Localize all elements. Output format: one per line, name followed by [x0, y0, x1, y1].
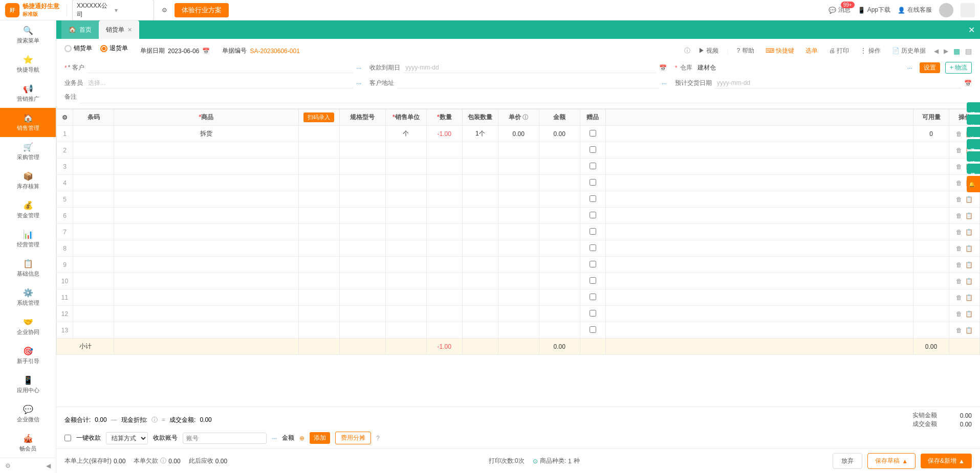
- payment-date-input[interactable]: [403, 62, 656, 73]
- delete-icon[interactable]: 🗑: [956, 179, 962, 187]
- save-draft-button[interactable]: 保存草稿 ▲: [867, 453, 916, 469]
- gift-checkbox[interactable]: [590, 179, 596, 186]
- payment-calendar-icon[interactable]: 📅: [659, 64, 667, 72]
- salesperson-input[interactable]: [86, 78, 353, 88]
- rfp-favorite-btn[interactable]: 收藏: [967, 139, 980, 149]
- toolbar-next-icon[interactable]: ▶: [944, 48, 948, 55]
- gift-checkbox-1[interactable]: [590, 130, 596, 137]
- avatar[interactable]: [939, 3, 953, 17]
- sidebar-item-wechat[interactable]: 💬 企业微信: [0, 399, 56, 429]
- delete-icon[interactable]: 🗑: [956, 278, 962, 285]
- sidebar-item-system[interactable]: ⚙️ 系统管理: [0, 283, 56, 312]
- copy-icon[interactable]: 📋: [965, 245, 973, 252]
- close-all-tabs-icon[interactable]: ✕: [968, 25, 975, 35]
- row-note-1[interactable]: [605, 126, 913, 142]
- sidebar-item-member[interactable]: 🎪 畅会员: [0, 429, 56, 458]
- company-selector[interactable]: XXXXXX公司 ▾: [72, 0, 154, 21]
- sidebar-item-sales[interactable]: 🏠 销售管理: [0, 108, 56, 137]
- delete-icon[interactable]: 🗑: [956, 147, 962, 154]
- salesperson-dots-icon[interactable]: ···: [356, 80, 361, 87]
- delete-icon[interactable]: 🗑: [956, 163, 962, 170]
- remarks-input[interactable]: [80, 93, 972, 103]
- toolbar-history-btn[interactable]: 📄 历史单据: [889, 46, 929, 56]
- calendar-icon[interactable]: 📅: [202, 48, 210, 55]
- row-product-1[interactable]: 拆货: [114, 126, 299, 142]
- toolbar-print-btn[interactable]: 🖨 打印: [826, 46, 852, 56]
- add-payment-btn[interactable]: 添加: [310, 432, 330, 444]
- toolbar-view1-icon[interactable]: ▦: [953, 47, 960, 55]
- gift-checkbox[interactable]: [590, 146, 596, 153]
- rfp-orange-btn[interactable]: 🔔: [967, 176, 980, 192]
- toolbar-prev-icon[interactable]: ◀: [934, 48, 939, 55]
- address-dots-icon[interactable]: ···: [662, 80, 667, 87]
- message-button[interactable]: 💬 消息 99+: [829, 6, 851, 14]
- toolbar-help-btn[interactable]: ? 帮助: [734, 46, 757, 56]
- sidebar-item-appstore[interactable]: 📱 应用中心: [0, 370, 56, 399]
- rfp-edit-btn[interactable]: 编辑: [967, 151, 980, 162]
- customer-address-input[interactable]: [397, 78, 658, 88]
- gift-checkbox[interactable]: [590, 326, 596, 333]
- abandon-button[interactable]: 放弃: [833, 453, 862, 469]
- expense-btn[interactable]: 费用分摊: [335, 432, 371, 444]
- copy-icon[interactable]: 📋: [965, 261, 973, 268]
- gift-checkbox[interactable]: [590, 244, 596, 251]
- copy-icon[interactable]: 📋: [965, 212, 973, 219]
- rfp-note-btn[interactable]: 笔记: [967, 102, 980, 112]
- scan-button[interactable]: 扫码录入: [303, 112, 334, 122]
- save-new-button[interactable]: 保存&新增 ▲: [921, 454, 972, 468]
- toolbar-shortcut-btn[interactable]: ⌨ 快捷键: [763, 46, 797, 56]
- sidebar-item-operations[interactable]: 📊 经营管理: [0, 224, 56, 254]
- row-barcode-1[interactable]: [73, 126, 114, 142]
- toolbar-ops-btn[interactable]: ⋮ 操作: [857, 46, 883, 56]
- gift-checkbox[interactable]: [590, 163, 596, 169]
- sidebar-item-purchase[interactable]: 🛒 采购管理: [0, 137, 56, 166]
- row-quantity-1[interactable]: -1.00: [426, 126, 462, 142]
- delete-icon[interactable]: 🗑: [956, 229, 962, 236]
- payment-dots-icon[interactable]: ···: [272, 435, 277, 442]
- tab-home[interactable]: 🏠 首页: [61, 20, 99, 39]
- toolbar-select-btn[interactable]: 选单: [802, 46, 821, 56]
- sidebar-collapse-icon[interactable]: ◀: [46, 462, 51, 469]
- row-pack-qty-1[interactable]: 1个: [462, 126, 498, 142]
- gift-checkbox[interactable]: [590, 212, 596, 218]
- copy-icon[interactable]: 📋: [965, 278, 973, 285]
- gift-checkbox[interactable]: [590, 310, 596, 317]
- rfp-star-btn[interactable]: 星标: [967, 164, 980, 174]
- sidebar-item-enterprise[interactable]: 🤝 企业协同: [0, 312, 56, 341]
- delete-icon[interactable]: 🗑: [956, 294, 962, 301]
- trial-button[interactable]: 体验行业方案: [175, 3, 229, 17]
- sidebar-item-quick-nav[interactable]: ⭐ 快捷导航: [0, 50, 56, 79]
- delivery-calendar-icon[interactable]: 📅: [964, 80, 972, 87]
- payment-method-select[interactable]: 结算方式: [106, 432, 148, 444]
- product-types-icon[interactable]: ⊙: [533, 458, 538, 465]
- sidebar-settings-icon[interactable]: ⚙: [5, 462, 11, 469]
- row-unit-price-1[interactable]: 0.00: [498, 126, 539, 142]
- toolbar-video-btn[interactable]: ▶ 视频: [695, 46, 722, 56]
- tab-sales-order[interactable]: 销货单 ✕: [99, 20, 139, 39]
- rfp-query-btn[interactable]: 查询: [967, 127, 980, 137]
- rfp-audit-btn[interactable]: 审核: [967, 115, 980, 125]
- customer-input[interactable]: [88, 62, 354, 73]
- expense-help-icon[interactable]: ?: [376, 435, 380, 442]
- sidebar-item-inventory[interactable]: 📦 库存核算: [0, 166, 56, 195]
- discount-info-icon[interactable]: ⓘ: [151, 416, 158, 424]
- delete-icon[interactable]: 🗑: [956, 261, 962, 268]
- copy-icon[interactable]: 📋: [965, 229, 973, 236]
- one-click-checkbox[interactable]: [64, 435, 71, 441]
- logistics-btn[interactable]: + 物流: [945, 62, 972, 74]
- toolbar-view2-icon[interactable]: ▤: [965, 47, 972, 55]
- copy-icon[interactable]: 📋: [965, 327, 973, 334]
- customer-dots-icon[interactable]: ···: [356, 64, 361, 72]
- row-gift-1[interactable]: [580, 126, 605, 142]
- delete-icon[interactable]: 🗑: [956, 212, 962, 219]
- radio-return[interactable]: 退货单: [100, 44, 128, 53]
- row-unit-1[interactable]: 个: [385, 126, 426, 142]
- settings-btn[interactable]: 设置: [920, 62, 940, 73]
- delete-icon[interactable]: 🗑: [956, 196, 962, 203]
- tab-close-icon[interactable]: ✕: [127, 27, 132, 33]
- th-scan[interactable]: 扫码录入: [298, 109, 339, 126]
- arrears-info-icon[interactable]: ⓘ: [160, 457, 166, 465]
- gift-checkbox[interactable]: [590, 228, 596, 235]
- delete-icon[interactable]: 🗑: [956, 245, 962, 252]
- app-download-button[interactable]: 📱 App下载: [858, 6, 890, 14]
